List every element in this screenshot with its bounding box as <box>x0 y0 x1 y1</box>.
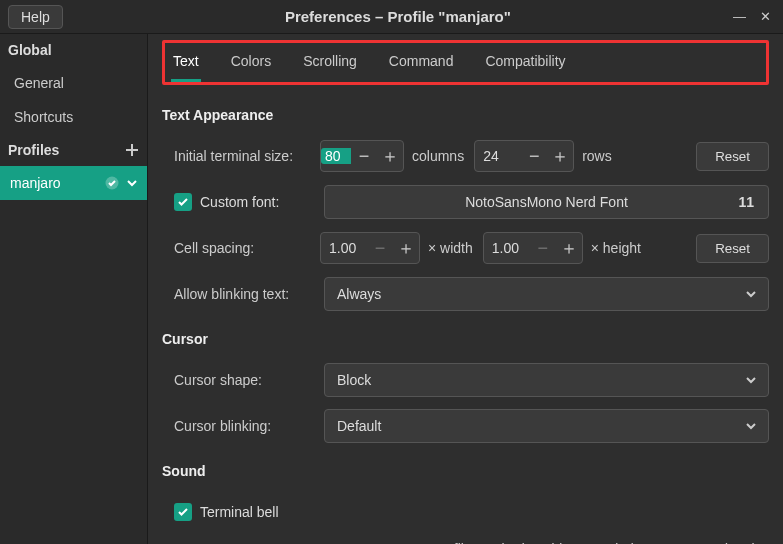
inc-icon[interactable]: ＋ <box>377 141 403 171</box>
main-area: Global General Shortcuts Profiles manjar… <box>0 34 783 544</box>
minimize-icon[interactable]: — <box>733 9 746 24</box>
section-cursor: Cursor <box>162 331 769 347</box>
sidebar-item-shortcuts[interactable]: Shortcuts <box>0 100 147 134</box>
sidebar-profiles-header: Profiles <box>0 134 147 166</box>
profile-menu-icon[interactable] <box>127 178 137 188</box>
rows-stepper[interactable]: − ＋ <box>474 140 574 172</box>
sidebar-item-general[interactable]: General <box>0 66 147 100</box>
cell-width-input[interactable] <box>321 240 367 256</box>
cursor-shape-select[interactable]: Block <box>324 363 769 397</box>
tabs-highlight: Text Colors Scrolling Command Compatibil… <box>162 40 769 85</box>
cursor-blinking-select[interactable]: Default <box>324 409 769 443</box>
window-title: Preferences – Profile "manjaro" <box>63 8 733 25</box>
cell-width-unit: × width <box>428 240 473 256</box>
tab-command[interactable]: Command <box>387 46 456 82</box>
sidebar-global-header: Global <box>0 34 147 66</box>
check-icon <box>105 176 119 190</box>
columns-unit: columns <box>412 148 464 164</box>
cell-spacing-label: Cell spacing: <box>162 240 320 256</box>
reset-size-button[interactable]: Reset <box>696 142 769 171</box>
close-icon[interactable]: ✕ <box>760 9 771 24</box>
tab-scrolling[interactable]: Scrolling <box>301 46 359 82</box>
titlebar: Help Preferences – Profile "manjaro" — ✕ <box>0 0 783 34</box>
allow-blinking-select[interactable]: Always <box>324 277 769 311</box>
inc-icon[interactable]: ＋ <box>393 233 419 263</box>
cell-width-stepper[interactable]: − ＋ <box>320 232 420 264</box>
dec-icon[interactable]: − <box>521 141 547 171</box>
cursor-shape-label: Cursor shape: <box>162 372 320 388</box>
allow-blinking-label: Allow blinking text: <box>162 286 320 302</box>
section-text-appearance: Text Appearance <box>162 107 769 123</box>
terminal-bell-label: Terminal bell <box>200 504 279 520</box>
sidebar-profile-manjaro[interactable]: manjaro <box>0 166 147 200</box>
inc-icon[interactable]: ＋ <box>556 233 582 263</box>
cursor-blinking-value: Default <box>337 418 381 434</box>
custom-font-checkbox[interactable] <box>174 193 192 211</box>
terminal-bell-checkbox[interactable] <box>174 503 192 521</box>
dec-icon[interactable]: − <box>530 233 556 263</box>
font-name-label: NotoSansMono Nerd Font <box>465 194 628 210</box>
tab-colors[interactable]: Colors <box>229 46 273 82</box>
cell-height-stepper[interactable]: − ＋ <box>483 232 583 264</box>
content-panel: Text Colors Scrolling Command Compatibil… <box>148 34 783 544</box>
dec-icon[interactable]: − <box>367 233 393 263</box>
sidebar: Global General Shortcuts Profiles manjar… <box>0 34 148 544</box>
tab-text[interactable]: Text <box>171 46 201 82</box>
cursor-shape-value: Block <box>337 372 371 388</box>
tabs: Text Colors Scrolling Command Compatibil… <box>171 43 760 82</box>
chevron-down-icon <box>746 372 756 388</box>
dec-icon[interactable]: − <box>351 141 377 171</box>
columns-stepper[interactable]: − ＋ <box>320 140 404 172</box>
section-sound: Sound <box>162 463 769 479</box>
chevron-down-icon <box>746 418 756 434</box>
rows-input[interactable] <box>475 148 521 164</box>
custom-font-label: Custom font: <box>200 194 279 210</box>
font-chooser-button[interactable]: NotoSansMono Nerd Font 11 <box>324 185 769 219</box>
cursor-blinking-label: Cursor blinking: <box>162 418 320 434</box>
chevron-down-icon <box>746 286 756 302</box>
tab-compatibility[interactable]: Compatibility <box>483 46 567 82</box>
rows-unit: rows <box>582 148 612 164</box>
footer: Profile ID: b1dcc9dd-5262-4d8d-a863-c897… <box>162 535 769 544</box>
initial-size-label: Initial terminal size: <box>162 148 320 164</box>
columns-input[interactable] <box>321 148 351 164</box>
allow-blinking-value: Always <box>337 286 381 302</box>
inc-icon[interactable]: ＋ <box>547 141 573 171</box>
add-profile-icon[interactable] <box>125 143 139 157</box>
cell-height-input[interactable] <box>484 240 530 256</box>
reset-spacing-button[interactable]: Reset <box>696 234 769 263</box>
help-button[interactable]: Help <box>8 5 63 29</box>
cell-height-unit: × height <box>591 240 641 256</box>
font-size-label: 11 <box>738 194 754 210</box>
sidebar-profile-label: manjaro <box>10 175 61 191</box>
